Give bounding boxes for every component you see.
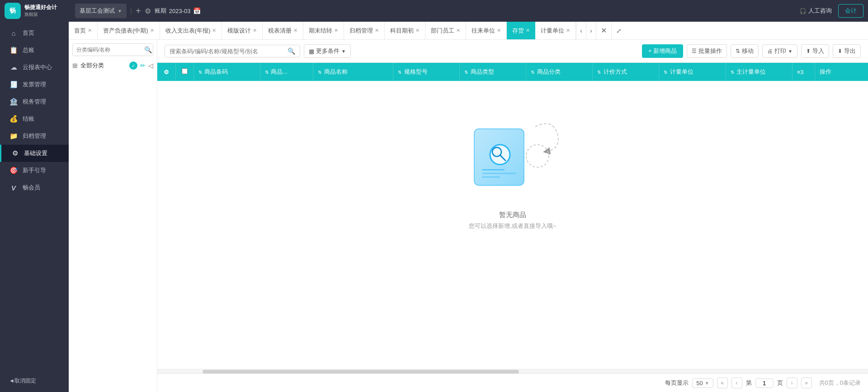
tab-archivemgmt[interactable]: 归档管理 ✕ xyxy=(344,22,385,40)
sidebar: ⌂ 首页 📋 总账 ☁ 云报表中心 🧾 发票管理 🏦 税务管理 💰 结账 📁 归… xyxy=(0,22,69,392)
col-check-header[interactable] xyxy=(175,63,193,81)
more-filter-btn[interactable]: ▦ 更多条件 ▼ xyxy=(304,44,351,58)
tab-expand[interactable]: ⤢ xyxy=(612,22,626,40)
calendar-icon[interactable]: 📅 xyxy=(193,7,201,14)
page-next-btn[interactable]: › xyxy=(787,378,797,388)
tab-taxclear[interactable]: 税表清册 ✕ xyxy=(263,22,303,40)
select-all-checkbox[interactable] xyxy=(182,68,188,74)
tab-close-archivemgmt[interactable]: ✕ xyxy=(375,28,379,33)
tab-close-template[interactable]: ✕ xyxy=(253,28,257,33)
tab-close-unit[interactable]: ✕ xyxy=(566,28,570,33)
product-search-input[interactable] xyxy=(170,48,288,55)
col-category-header[interactable]: ⇅ 商品分类 xyxy=(526,63,593,81)
page-first-btn[interactable]: « xyxy=(717,378,728,388)
page-number-input[interactable] xyxy=(755,378,774,388)
tab-income[interactable]: 收入支出表(年报) ✕ xyxy=(160,22,222,40)
empty-illustration xyxy=(463,113,562,203)
archive-icon: 📁 xyxy=(9,132,18,140)
col-code-header[interactable]: ⇅ 商品... xyxy=(260,63,313,81)
tab-customer[interactable]: 往来单位 ✕ xyxy=(466,22,507,40)
tab-subject[interactable]: 科目期初 ✕ xyxy=(385,22,425,40)
sort-price-icon: ⇅ xyxy=(597,70,601,75)
tab-dept[interactable]: 部门员工 ✕ xyxy=(425,22,466,40)
sidebar-item-tax[interactable]: 🏦 税务管理 xyxy=(0,93,69,110)
col-price-header[interactable]: ⇅ 计价方式 xyxy=(593,63,659,81)
add-product-button[interactable]: + 新增商品 xyxy=(642,44,683,58)
category-search-input[interactable] xyxy=(76,47,144,53)
period-value[interactable]: 2023-03 xyxy=(169,8,191,14)
category-collapse-icon[interactable]: ◁ xyxy=(148,62,153,69)
col-spec-label: 规格型号 xyxy=(404,68,428,75)
tab-close-income[interactable]: ✕ xyxy=(212,28,216,33)
tab-unit[interactable]: 计量单位 ✕ xyxy=(535,22,576,40)
import-label: 导入 xyxy=(812,47,824,55)
page-prev-btn[interactable]: ‹ xyxy=(731,378,742,388)
sidebar-item-invoice[interactable]: 🧾 发票管理 xyxy=(0,76,69,93)
category-edit-icon[interactable]: ✏ xyxy=(140,62,146,69)
sidebar-item-guide[interactable]: 🎯 新手引导 xyxy=(0,162,69,179)
tab-close-taxclear[interactable]: ✕ xyxy=(293,28,297,33)
move-button[interactable]: ⇅ 移动 xyxy=(731,44,759,58)
sidebar-label-basic: 基础设置 xyxy=(24,149,47,157)
col-action-header: 操作 xyxy=(815,63,868,81)
col-barcode-header[interactable]: ⇅ 商品条码 xyxy=(193,63,260,81)
empty-doc-svg xyxy=(472,127,531,190)
tab-template[interactable]: 模版设计 ✕ xyxy=(222,22,263,40)
tab-close-balance[interactable]: ✕ xyxy=(150,28,154,33)
tab-nav-prev[interactable]: ‹ xyxy=(576,22,586,40)
col-code-label: 商品... xyxy=(271,68,288,75)
sidebar-item-member[interactable]: V 畅会员 xyxy=(0,179,69,196)
print-label: 打印 xyxy=(774,47,786,55)
sidebar-label-guide: 新手引导 xyxy=(23,166,46,175)
sidebar-item-reports[interactable]: ☁ 云报表中心 xyxy=(0,59,69,76)
tab-close-customer[interactable]: ✕ xyxy=(497,28,501,33)
sidebar-item-home[interactable]: ⌂ 首页 xyxy=(0,24,69,42)
total-label: 共0页，0条记录 xyxy=(819,379,861,387)
tab-nav-next[interactable]: › xyxy=(586,22,596,40)
tab-inventory[interactable]: 存货 ✕ xyxy=(507,22,535,40)
col-spec-header[interactable]: ⇅ 规格型号 xyxy=(393,63,459,81)
tab-close-subject[interactable]: ✕ xyxy=(415,28,420,33)
per-page-select[interactable]: 50 ▼ xyxy=(692,378,713,388)
col-name-header[interactable]: ⇅ 商品名称 xyxy=(313,63,393,81)
tab-close-home[interactable]: ✕ xyxy=(88,28,92,33)
human-service-btn[interactable]: 🎧 人工咨询 xyxy=(799,7,832,15)
category-search-icon[interactable]: 🔍 xyxy=(144,46,152,53)
sidebar-item-archive[interactable]: 📁 归档管理 xyxy=(0,128,69,145)
print-button[interactable]: 🖨 打印 ▼ xyxy=(762,44,797,58)
col-unit-header[interactable]: ⇅ 计量单位 xyxy=(659,63,726,81)
company-selector[interactable]: 基层工会测试 ▼ xyxy=(75,4,127,18)
batch-op-button[interactable]: ☰ 批量操作 xyxy=(687,44,727,58)
search-icon[interactable]: 🔍 xyxy=(288,47,295,55)
member-icon: V xyxy=(9,184,18,192)
import-button[interactable]: ⬆ 导入 xyxy=(801,44,829,58)
tab-home[interactable]: 首页 ✕ xyxy=(69,22,98,40)
sort-category-icon: ⇅ xyxy=(531,70,534,75)
settings-icon[interactable]: ⚙ xyxy=(145,7,151,15)
category-header[interactable]: ⊞ 全部分类 ✓ ✏ ◁ xyxy=(72,60,153,71)
scrollbar-thumb[interactable] xyxy=(203,370,519,373)
sidebar-item-settle[interactable]: 💰 结账 xyxy=(0,110,69,128)
tab-close-inventory[interactable]: ✕ xyxy=(526,28,530,33)
col-mainunit-header[interactable]: ⇅ 主计量单位 xyxy=(726,63,792,81)
filter-chevron-icon: ▼ xyxy=(341,49,346,54)
tab-close-dept[interactable]: ✕ xyxy=(456,28,460,33)
tab-balance[interactable]: 资产负债表(中期) ✕ xyxy=(98,22,160,40)
page-last-btn[interactable]: » xyxy=(801,378,812,388)
sidebar-item-ledger[interactable]: 📋 总账 xyxy=(0,42,69,59)
scrollbar-track[interactable] xyxy=(157,369,868,373)
tab-label-template: 模版设计 xyxy=(227,27,251,35)
col-type-header[interactable]: ⇅ 商品类型 xyxy=(460,63,526,81)
tab-close-all[interactable]: ✕ xyxy=(596,22,612,40)
sidebar-item-basic[interactable]: ⚙ 基础设置 xyxy=(0,145,69,162)
table-scroll[interactable]: ⚙ ⇅ 商品条码 xyxy=(157,63,868,369)
account-button[interactable]: 会计 xyxy=(838,4,863,18)
export-button[interactable]: ⬇ 导出 xyxy=(833,44,861,58)
tab-period[interactable]: 期末结转 ✕ xyxy=(303,22,344,40)
tab-label-subject: 科目期初 xyxy=(390,27,414,35)
col-extra-header[interactable]: ≡3 xyxy=(792,63,815,81)
col-settings-header[interactable]: ⚙ xyxy=(157,63,175,81)
add-tab-btn[interactable]: + xyxy=(136,6,141,16)
unpin-btn[interactable]: ◄取消固定 xyxy=(0,373,69,389)
tab-close-period[interactable]: ✕ xyxy=(334,28,338,33)
